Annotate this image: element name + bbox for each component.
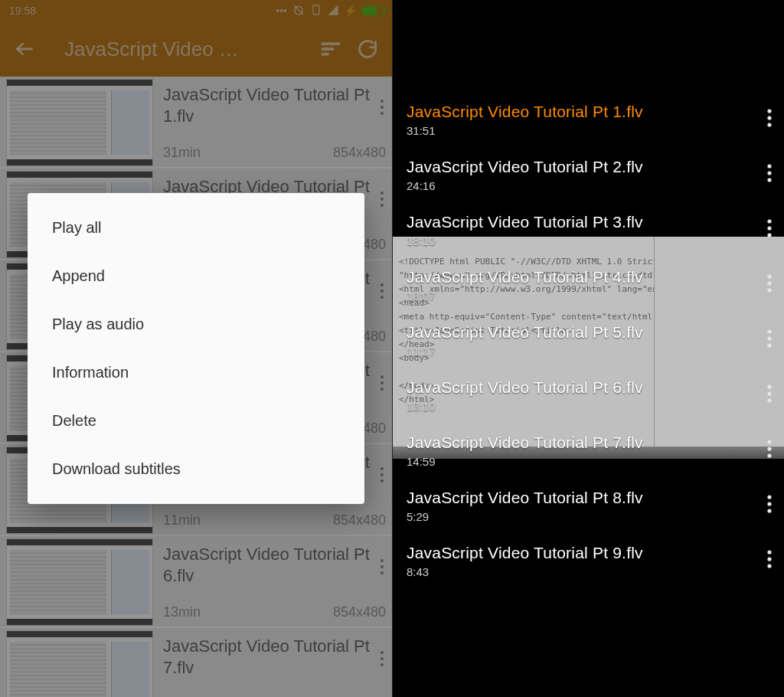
playlist-row[interactable]: JavaScript Video Tutorial Pt 3.flv18:10 <box>393 202 784 257</box>
svg-point-28 <box>767 178 771 182</box>
playlist-row[interactable]: JavaScript Video Tutorial Pt 6.flv13:10 <box>393 368 784 423</box>
playlist-duration: 24:16 <box>407 179 643 192</box>
svg-point-25 <box>767 123 771 126</box>
playlist-more-button[interactable] <box>767 494 772 517</box>
playlist-row[interactable]: JavaScript Video Tutorial Pt 1.flv31:51 <box>393 92 784 147</box>
playlist-more-button[interactable] <box>767 163 772 186</box>
playlist[interactable]: JavaScript Video Tutorial Pt 1.flv31:51J… <box>393 0 784 697</box>
menu-item[interactable]: Information <box>28 348 364 397</box>
playlist-duration: 31:51 <box>407 124 643 137</box>
playlist-more-button[interactable] <box>767 549 772 572</box>
playlist-row[interactable]: JavaScript Video Tutorial Pt 7.flv14:59 <box>393 423 784 478</box>
playlist-row[interactable]: JavaScript Video Tutorial Pt 8.flv5:29 <box>393 478 784 533</box>
playlist-duration: 5:29 <box>407 510 643 523</box>
playlist-duration: 18:10 <box>407 234 643 247</box>
playlist-duration: 18:07 <box>407 290 643 303</box>
svg-point-32 <box>767 274 771 278</box>
svg-point-45 <box>767 502 771 506</box>
playlist-title: JavaScript Video Tutorial Pt 1.flv <box>407 103 643 121</box>
svg-point-27 <box>767 171 771 175</box>
menu-item[interactable]: Download subtitles <box>28 445 364 493</box>
svg-point-26 <box>767 164 771 168</box>
menu-item[interactable]: Play as audio <box>28 300 364 348</box>
playlist-title: JavaScript Video Tutorial Pt 7.flv <box>407 434 643 452</box>
svg-point-29 <box>767 219 771 223</box>
svg-point-35 <box>767 329 771 333</box>
svg-point-34 <box>767 288 771 292</box>
svg-point-30 <box>767 226 771 230</box>
playlist-title: JavaScript Video Tutorial Pt 6.flv <box>407 378 643 397</box>
playlist-more-button[interactable] <box>767 108 772 131</box>
svg-point-47 <box>767 550 771 554</box>
playlist-row[interactable]: JavaScript Video Tutorial Pt 5.flv11:17 <box>393 313 784 368</box>
svg-point-42 <box>767 447 771 450</box>
playlist-duration: 11:17 <box>407 345 643 358</box>
playlist-title: JavaScript Video Tutorial Pt 9.flv <box>407 544 643 562</box>
menu-item[interactable]: Delete <box>28 397 364 445</box>
svg-point-38 <box>767 384 771 388</box>
svg-point-24 <box>767 116 771 119</box>
svg-point-40 <box>767 398 771 402</box>
svg-point-23 <box>767 109 771 113</box>
playlist-row[interactable]: JavaScript Video Tutorial Pt 2.flv24:16 <box>393 147 784 202</box>
playlist-title: JavaScript Video Tutorial Pt 8.flv <box>407 489 643 507</box>
svg-point-48 <box>767 557 771 561</box>
playlist-title: JavaScript Video Tutorial Pt 3.flv <box>407 213 643 231</box>
svg-point-46 <box>767 509 771 512</box>
playlist-row[interactable]: JavaScript Video Tutorial Pt 9.flv8:43 <box>393 533 784 588</box>
svg-point-37 <box>767 343 771 347</box>
playlist-more-button[interactable] <box>767 439 772 462</box>
menu-item[interactable]: Append <box>28 252 364 300</box>
context-menu-dialog: Play allAppendPlay as audioInformationDe… <box>28 193 364 504</box>
svg-point-41 <box>767 440 771 443</box>
svg-point-43 <box>767 453 771 457</box>
svg-point-31 <box>767 233 771 237</box>
svg-point-49 <box>767 564 771 568</box>
playlist-more-button[interactable] <box>767 384 772 407</box>
playlist-title: JavaScript Video Tutorial Pt 2.flv <box>407 158 643 176</box>
playlist-duration: 14:59 <box>407 455 643 468</box>
playlist-duration: 13:10 <box>407 400 643 413</box>
svg-point-44 <box>767 495 771 499</box>
svg-point-39 <box>767 391 771 395</box>
svg-point-36 <box>767 336 771 340</box>
playlist-title: JavaScript Video Tutorial Pt 5.flv <box>407 323 643 342</box>
vlc-folder-view: 19:58 ••• ⚡ <box>0 0 392 697</box>
playlist-row[interactable]: JavaScript Video Tutorial Pt 4.flv18:07 <box>393 257 784 313</box>
svg-point-33 <box>767 281 771 285</box>
playlist-title: JavaScript Video Tutorial Pt 4.flv <box>407 268 643 286</box>
playlist-more-button[interactable] <box>767 218 772 241</box>
playlist-duration: 8:43 <box>407 565 643 578</box>
vlc-playlist-view: <!DOCTYPE html PUBLIC "-//W3C//DTD XHTML… <box>392 0 784 697</box>
playlist-more-button[interactable] <box>767 329 772 352</box>
playlist-more-button[interactable] <box>767 273 772 296</box>
menu-item[interactable]: Play all <box>28 204 364 252</box>
